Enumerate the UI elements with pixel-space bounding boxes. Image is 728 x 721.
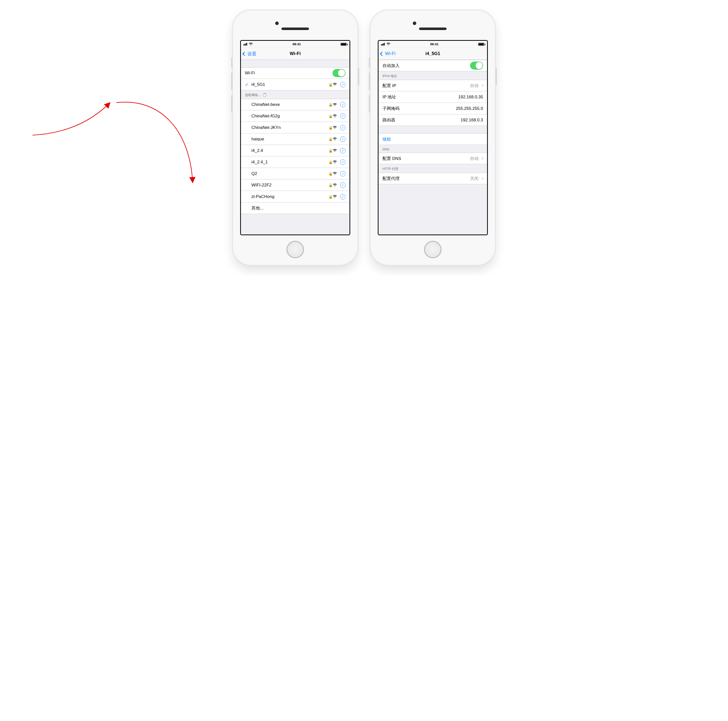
wifi-signal-icon [333, 161, 337, 164]
network-list: ChinaNet-bexe🔒iChinaNet-fG2g🔒iChinaNet-J… [241, 99, 349, 214]
network-name: Q2 [251, 171, 326, 176]
annotation-arrows [0, 0, 728, 275]
chevron-left-icon [242, 52, 247, 56]
network-name: i4_2.4_1 [251, 160, 326, 165]
status-time: 09:41 [292, 42, 301, 46]
wifi-status-icon [386, 43, 390, 46]
wifi-signal-icon [333, 195, 337, 198]
lock-icon: 🔒 [329, 114, 333, 118]
power-button [358, 67, 359, 85]
subnet-value: 255.255.255.0 [456, 106, 483, 111]
cell-signal-icon [243, 43, 247, 46]
wifi-toggle-row[interactable]: Wi-Fi [241, 67, 349, 79]
connected-network-name: i4_5G1 [251, 82, 326, 87]
network-row[interactable]: Q2🔒i [241, 168, 349, 179]
configure-proxy-row[interactable]: 配置代理 关闭 [379, 173, 487, 184]
wifi-signal-icon [333, 103, 337, 106]
status-bar: 09:41 [379, 41, 487, 48]
configure-dns-row[interactable]: 配置 DNS 自动 [379, 153, 487, 164]
wifi-signal-icon [333, 138, 337, 141]
configure-ip-row[interactable]: 配置 IP 自动 [379, 80, 487, 91]
wifi-toggle[interactable] [332, 69, 346, 77]
back-button[interactable]: Wi-Fi [381, 51, 396, 56]
renew-lease-row[interactable]: 续租 [379, 133, 487, 145]
wifi-status-icon [249, 43, 253, 46]
info-icon[interactable]: i [340, 182, 346, 188]
content-right: 自动加入 IPV4 地址 配置 IP 自动 IP 地址 192.168.0.35… [379, 60, 487, 234]
checkmark-icon: ✓ [245, 82, 249, 87]
configure-dns-label: 配置 DNS [382, 156, 470, 161]
network-row[interactable]: haique🔒i [241, 133, 349, 145]
phone-frame-left: 09:41 设置 Wi-Fi Wi-Fi ✓ i4_5G1 🔒 [232, 10, 358, 265]
network-row[interactable]: zl-PaCHong🔒i [241, 191, 349, 202]
volume-button [231, 95, 232, 113]
lock-icon: 🔒 [329, 148, 333, 153]
wifi-signal-icon [333, 149, 337, 152]
network-name: haique [251, 137, 326, 142]
network-row[interactable]: ChinaNet-fG2g🔒i [241, 110, 349, 122]
info-icon[interactable]: i [340, 194, 346, 199]
auto-join-row[interactable]: 自动加入 [379, 60, 487, 71]
chevron-right-icon [480, 177, 483, 180]
camera-dot [275, 21, 279, 25]
choose-network-header: 选取网络... [241, 90, 349, 99]
phone-frame-right: 09:41 Wi-Fi i4_5G1 自动加入 IPV4 地址 配置 IP 自动 [370, 10, 496, 265]
configure-ip-value: 自动 [470, 83, 479, 89]
network-name: ChinaNet-bexe [251, 102, 326, 107]
network-row[interactable]: WIFI-22F2🔒i [241, 179, 349, 191]
auto-join-label: 自动加入 [382, 63, 470, 69]
earpiece [281, 28, 309, 30]
content-left: Wi-Fi ✓ i4_5G1 🔒 i 选取网络... ChinaNet-bexe… [241, 60, 349, 234]
chevron-left-icon [380, 52, 384, 56]
info-icon[interactable]: i [340, 102, 346, 107]
info-icon[interactable]: i [340, 171, 346, 176]
volume-button [369, 95, 370, 113]
power-button [496, 67, 497, 85]
info-icon[interactable]: i [340, 125, 346, 130]
network-row[interactable]: ChinaNet-JKYn🔒i [241, 122, 349, 133]
lock-icon: 🔒 [329, 183, 333, 187]
info-icon[interactable]: i [340, 113, 346, 119]
page-title: Wi-Fi [290, 51, 301, 56]
network-name: WIFI-22F2 [251, 183, 326, 188]
chevron-right-icon [480, 157, 483, 160]
network-row[interactable]: i4_2.4🔒i [241, 145, 349, 156]
auto-join-toggle[interactable] [470, 61, 483, 70]
network-row[interactable]: ChinaNet-bexe🔒i [241, 99, 349, 110]
page-title: i4_5G1 [425, 51, 440, 56]
other-label: 其他... [251, 205, 346, 211]
back-button[interactable]: 设置 [243, 51, 257, 57]
other-network-row[interactable]: 其他... [241, 202, 349, 214]
choose-network-label: 选取网络... [245, 93, 261, 97]
info-icon[interactable]: i [340, 136, 346, 142]
router-row: 路由器 192.168.0.3 [379, 114, 487, 126]
wifi-signal-icon [333, 184, 337, 187]
info-icon[interactable]: i [340, 148, 346, 153]
connected-network-row[interactable]: ✓ i4_5G1 🔒 i [241, 79, 349, 90]
lock-icon: 🔒 [329, 103, 333, 107]
home-button[interactable] [424, 241, 442, 258]
lock-icon: 🔒 [329, 83, 333, 87]
network-row[interactable]: i4_2.4_1🔒i [241, 156, 349, 168]
spinner-icon [263, 93, 267, 97]
screen-right: 09:41 Wi-Fi i4_5G1 自动加入 IPV4 地址 配置 IP 自动 [378, 40, 488, 235]
lock-icon: 🔒 [329, 172, 333, 176]
router-value: 192.168.0.3 [460, 118, 483, 122]
status-time: 09:41 [430, 42, 438, 46]
info-icon[interactable]: i [340, 82, 346, 87]
status-bar: 09:41 [241, 41, 349, 48]
network-name: zl-PaCHong [251, 194, 326, 199]
wifi-signal-icon [333, 83, 337, 86]
info-icon[interactable]: i [340, 159, 346, 165]
proxy-header: HTTP 代理 [379, 164, 487, 173]
battery-icon [341, 43, 347, 46]
subnet-row: 子网掩码 255.255.255.0 [379, 103, 487, 114]
cell-signal-icon [381, 43, 385, 46]
router-label: 路由器 [382, 117, 460, 123]
subnet-label: 子网掩码 [382, 106, 456, 111]
dns-header: DNS [379, 145, 487, 153]
home-button[interactable] [286, 241, 304, 258]
ip-address-row: IP 地址 192.168.0.35 [379, 91, 487, 103]
back-label: Wi-Fi [385, 51, 396, 56]
screen-left: 09:41 设置 Wi-Fi Wi-Fi ✓ i4_5G1 🔒 [240, 40, 350, 235]
